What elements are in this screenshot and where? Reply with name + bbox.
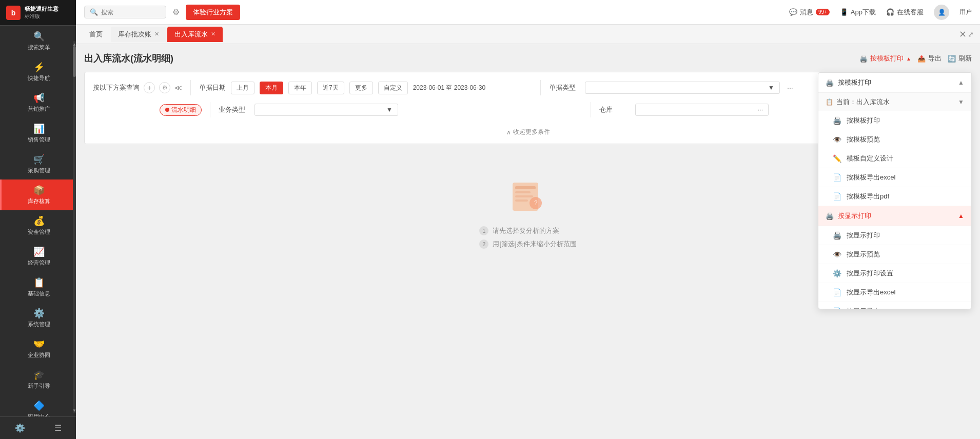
filter-collapse-icon[interactable]: ≪: [174, 84, 182, 92]
print-dropdown-arrow[interactable]: ▲: [906, 56, 911, 62]
user-icon: 👤: [938, 9, 946, 16]
template-design-icon: ✏️: [833, 154, 841, 163]
page-header: 出入库流水(流水明细) 🖨️ 按模板打印 ▲ 📤 导出 🔄 刷新: [84, 52, 972, 65]
template-pdf-label: 按模板导出pdf: [847, 192, 889, 201]
display-preview-icon: 👁️: [833, 250, 841, 258]
tab-flow[interactable]: 出入库流水 ✕: [167, 27, 223, 42]
dropdown-item-display-print[interactable]: 🖨️ 按显示打印: [818, 226, 971, 245]
template-excel-icon: 📄: [833, 173, 841, 182]
dropdown-item-template-pdf[interactable]: 📄 按模板导出pdf: [818, 187, 971, 206]
dropdown-header-icon: 🖨️: [826, 79, 834, 87]
flow-detail-tag[interactable]: 流水明细: [160, 104, 202, 116]
sidebar-nav: 🔍 搜索菜单 ⚡ 快捷导航 📢 营销推广 📊 销售管理 🛒 采购管理 📦 库存核…: [0, 26, 76, 416]
sidebar-item-label-operations: 经营管理: [28, 259, 50, 267]
display-header-arrow: ▲: [958, 212, 964, 220]
panel-expand-button[interactable]: ⤢: [968, 30, 974, 38]
date-btn-more[interactable]: 更多: [349, 82, 373, 94]
export-button[interactable]: 📤 导出: [917, 54, 942, 63]
finance-icon: 💰: [33, 215, 45, 227]
date-btn-7days[interactable]: 近7天: [317, 82, 344, 94]
date-btn-last-month[interactable]: 上月: [231, 82, 254, 94]
headset-icon: 🎧: [886, 8, 894, 16]
current-label-group: 📋 当前：出入库流水: [826, 97, 890, 107]
dropdown-item-display-preview[interactable]: 👁️ 按显示预览: [818, 245, 971, 264]
sales-icon: 📊: [33, 123, 45, 134]
sidebar-item-marketing[interactable]: 📢 营销推广: [0, 87, 76, 118]
settings-gear-icon[interactable]: ⚙: [172, 7, 180, 17]
display-pdf-label: 按显示导出pdf: [847, 307, 889, 309]
app-download-item[interactable]: 📱 App下载: [840, 8, 876, 17]
flow-tab-close-icon[interactable]: ✕: [211, 31, 215, 37]
sidebar-item-appstore[interactable]: 🔷 应用中心: [0, 395, 76, 416]
user-avatar[interactable]: 👤: [934, 5, 949, 20]
logo-text-group: 畅捷通好生意 标准版: [25, 5, 58, 20]
tab-home[interactable]: 首页: [82, 27, 110, 42]
sidebar-item-guide[interactable]: 🎓 新手引导: [0, 364, 76, 395]
collapse-label: 收起更多条件: [513, 128, 550, 136]
date-btn-this-year[interactable]: 本年: [288, 82, 312, 94]
sidebar-item-shortcuts[interactable]: ⚡ 快捷导航: [0, 56, 76, 87]
dropdown-current-row[interactable]: 📋 当前：出入库流水 ▼: [818, 93, 971, 111]
filter-divider-2: [540, 80, 541, 95]
search-box[interactable]: 🔍: [84, 6, 166, 18]
collapse-button[interactable]: ∧ 收起更多条件: [506, 128, 550, 136]
biz-type-select[interactable]: ▼: [254, 104, 398, 116]
filter-add-button[interactable]: +: [144, 82, 155, 93]
dropdown-item-template-print[interactable]: 🖨️ 按模板打印: [818, 111, 971, 130]
sidebar-settings-icon[interactable]: ⚙️: [15, 423, 25, 433]
type-ellipsis-button[interactable]: ···: [785, 84, 795, 92]
warehouse-select[interactable]: ···: [635, 104, 769, 116]
display-settings-icon: ⚙️: [833, 269, 841, 277]
sidebar-item-finance[interactable]: 💰 资金管理: [0, 210, 76, 241]
print-button[interactable]: 🖨️ 按模板打印 ▲: [859, 54, 911, 63]
sidebar: b 畅捷通好生意 标准版 🔍 搜索菜单 ⚡ 快捷导航 📢 营销推广 📊 销售管理…: [0, 0, 76, 439]
sidebar-footer: ⚙️ ☰: [0, 416, 76, 439]
svg-rect-3: [515, 195, 533, 197]
sidebar-menu-icon[interactable]: ☰: [54, 423, 62, 433]
sidebar-item-purchase[interactable]: 🛒 采购管理: [0, 149, 76, 179]
sidebar-item-label-marketing: 营销推广: [28, 105, 50, 113]
operations-icon: 📈: [33, 246, 45, 257]
date-btn-custom[interactable]: 自定义: [378, 82, 408, 94]
refresh-button[interactable]: 🔄 刷新: [948, 54, 972, 63]
dropdown-item-display-excel[interactable]: 📄 按显示导出excel: [818, 283, 971, 302]
tab-batch[interactable]: 库存批次账 ✕: [111, 27, 166, 42]
dropdown-item-template-excel[interactable]: 📄 按模板导出excel: [818, 168, 971, 187]
warehouse-arrow: ···: [758, 106, 763, 113]
template-excel-label: 按模板导出excel: [847, 173, 895, 182]
dropdown-display-header[interactable]: 🖨️ 按显示打印 ▲: [818, 206, 971, 226]
sidebar-item-inventory[interactable]: 📦 库存核算: [0, 179, 76, 210]
template-preview-icon: 👁️: [833, 135, 841, 144]
dropdown-header-label: 按模板打印: [838, 78, 958, 87]
sidebar-item-label-purchase: 采购管理: [28, 167, 50, 174]
dropdown-item-display-settings[interactable]: ⚙️ 按显示打印设置: [818, 264, 971, 283]
type-select[interactable]: ▼: [585, 82, 780, 94]
svg-text:?: ?: [534, 199, 538, 207]
trial-button[interactable]: 体验行业方案: [186, 5, 240, 20]
template-print-icon: 🖨️: [833, 116, 841, 125]
dropdown-item-template-design[interactable]: ✏️ 模板自定义设计: [818, 149, 971, 168]
message-item[interactable]: 💬 消息 99+: [789, 8, 830, 17]
sidebar-item-search[interactable]: 🔍 搜索菜单: [0, 26, 76, 56]
guide-icon: 🎓: [33, 369, 45, 381]
dropdown-main-header[interactable]: 🖨️ 按模板打印 ▲: [818, 73, 971, 93]
step-1-text: 请先选择要分析的方案: [493, 226, 559, 235]
search-input[interactable]: [101, 9, 163, 16]
dropdown-item-template-preview[interactable]: 👁️ 按模板预览: [818, 130, 971, 149]
sidebar-item-sales[interactable]: 📊 销售管理: [0, 118, 76, 149]
date-btn-this-month[interactable]: 本月: [260, 82, 283, 94]
sidebar-item-collab[interactable]: 🤝 企业协同: [0, 333, 76, 364]
sidebar-item-operations[interactable]: 📈 经营管理: [0, 241, 76, 272]
online-service-item[interactable]: 🎧 在线客服: [886, 8, 924, 17]
panel-close-button[interactable]: ✕: [959, 29, 967, 40]
filter-settings-button[interactable]: ⚙: [159, 82, 170, 93]
sidebar-item-basic[interactable]: 📋 基础信息: [0, 272, 76, 303]
sidebar-item-system[interactable]: ⚙️ 系统管理: [0, 303, 76, 333]
logo-main-text: 畅捷通好生意: [25, 5, 58, 13]
warehouse-label: 仓库: [599, 105, 630, 114]
user-name: 用户: [959, 8, 972, 16]
batch-tab-close-icon[interactable]: ✕: [154, 31, 159, 37]
template-print-label: 按模板打印: [847, 116, 880, 125]
dropdown-item-display-pdf[interactable]: 📄 按显示导出pdf: [818, 302, 971, 309]
logo: b 畅捷通好生意 标准版: [0, 0, 76, 26]
